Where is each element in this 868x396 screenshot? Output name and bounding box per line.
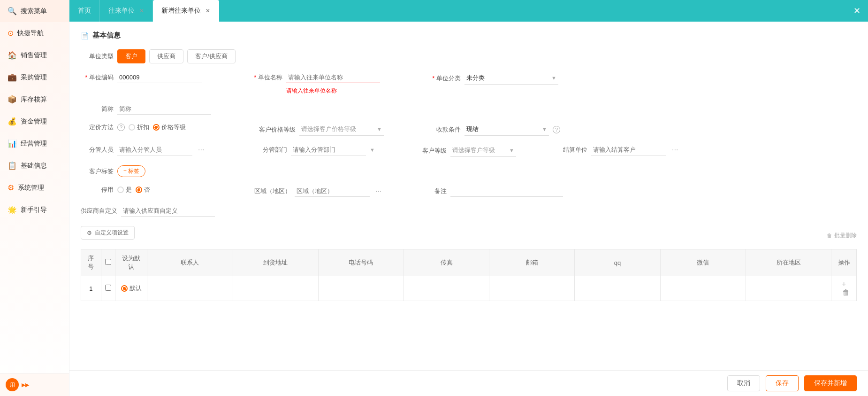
sidebar-item-label: 基础信息 (21, 162, 47, 170)
btn-customer[interactable]: 客户 (117, 49, 145, 63)
pricing-help-icon[interactable]: ? (117, 124, 125, 131)
select-all-checkbox[interactable] (105, 259, 111, 265)
fax-input[interactable] (411, 285, 481, 292)
payment-help-icon[interactable]: ? (553, 126, 560, 133)
row-qq[interactable] (575, 276, 660, 301)
save-button[interactable]: 保存 (766, 375, 799, 391)
disabled-no-radio[interactable]: 否 (136, 186, 150, 194)
finance-icon: 💰 (8, 117, 17, 126)
tab-new-partner-close[interactable]: ✕ (206, 8, 210, 14)
row-contact[interactable] (147, 276, 233, 301)
unit-category-select[interactable]: 未分类 ▼ (464, 72, 558, 85)
sidebar-item-inventory[interactable]: 📦 库存核算 (0, 88, 69, 110)
row-address[interactable] (233, 276, 318, 301)
sidebar-item-system[interactable]: ⚙ 系统管理 (0, 177, 69, 199)
unit-code-input[interactable] (117, 72, 202, 83)
pricing-level-radio[interactable]: 价格等级 (153, 123, 186, 132)
manager-input[interactable] (117, 144, 192, 155)
cancel-button[interactable]: 取消 (727, 375, 760, 391)
disabled-no-circle (136, 186, 142, 193)
batch-delete-label: 批量删除 (834, 232, 857, 240)
row-default-radio[interactable]: 默认 (119, 284, 144, 293)
batch-delete-button[interactable]: 🗑 批量删除 (827, 232, 857, 240)
customer-level-select[interactable]: 请选择客户等级 ▼ (450, 144, 516, 157)
row-phone[interactable] (318, 276, 404, 301)
wechat-input[interactable] (668, 285, 738, 292)
customer-level-label: 客户等级 (414, 147, 447, 155)
qq-input[interactable] (583, 285, 653, 292)
manager-row: 分管人员 ··· 分管部门 ▼ 客户等级 请选择客户等级 ▼ 结算单位 ··· (81, 144, 857, 157)
tab-partner-close[interactable]: ✕ (139, 8, 144, 14)
customer-price-select[interactable]: 请选择客户价格等级 ▼ (299, 123, 384, 136)
pricing-discount-radio[interactable]: 折扣 (129, 123, 149, 132)
btn-both[interactable]: 客户/供应商 (187, 49, 236, 63)
gear-icon: ⚙ (87, 230, 92, 236)
settlement-dots-button[interactable]: ··· (670, 146, 680, 154)
sidebar-item-label: 销售管理 (21, 51, 47, 60)
region-dots-button[interactable]: ··· (373, 187, 383, 195)
tab-bar-close-button[interactable]: ✕ (846, 6, 868, 16)
payment-label: 收款条件 (428, 125, 461, 134)
unit-name-input[interactable] (286, 72, 380, 83)
chevron-down-icon4: ▼ (509, 148, 514, 153)
region-group: 区域（地区） ··· (254, 186, 414, 197)
sidebar-item-newbie[interactable]: 🌟 新手引导 (0, 199, 69, 221)
supplier-custom-input[interactable] (121, 205, 215, 217)
address-input[interactable] (241, 285, 311, 292)
row-email[interactable] (489, 276, 575, 301)
manager-dots-button[interactable]: ··· (196, 146, 206, 154)
alias-input[interactable] (117, 103, 211, 115)
sidebar-item-sales[interactable]: 🏠 销售管理 (0, 44, 69, 66)
sidebar-item-finance[interactable]: 💰 资金管理 (0, 110, 69, 132)
manager-group: 分管人员 ··· (81, 144, 254, 155)
email-input[interactable] (497, 285, 567, 292)
row-wechat[interactable] (660, 276, 746, 301)
sidebar-item-label: 新手引导 (21, 206, 47, 214)
row-select-checkbox[interactable] (105, 285, 111, 291)
tab-home[interactable]: 首页 (69, 0, 100, 22)
unit-name-label: 单位名称 (250, 73, 282, 82)
col-default: 设为默认 (115, 249, 147, 276)
region-table-input[interactable] (754, 285, 823, 292)
col-seq: 序号 (81, 249, 101, 276)
price-level-radio-circle (153, 124, 160, 131)
sidebar-item-basic[interactable]: 📋 基础信息 (0, 155, 69, 177)
sidebar-item-label: 采购管理 (21, 73, 47, 82)
dept-input[interactable] (291, 144, 366, 155)
sidebar-item-quicknav[interactable]: ⊙ 快捷导航 (0, 22, 69, 44)
sidebar-item-label: 系统管理 (18, 184, 44, 192)
btn-supplier[interactable]: 供应商 (149, 49, 183, 63)
avatar: 用 (6, 378, 19, 391)
row-fax[interactable] (404, 276, 489, 301)
sidebar-item-operations[interactable]: 📊 经营管理 (0, 132, 69, 155)
disabled-label: 停用 (81, 186, 114, 194)
save-new-button[interactable]: 保存并新增 (804, 375, 857, 391)
settlement-input[interactable] (591, 144, 666, 155)
disabled-row: 停用 是 否 区域（地区） ··· 备注 (81, 186, 857, 197)
add-tag-button[interactable]: + 标签 (117, 165, 145, 177)
unit-code-group: 单位编码 (81, 72, 250, 83)
sidebar-item-search[interactable]: 🔍 搜索菜单 (0, 0, 69, 22)
discount-label: 折扣 (137, 123, 149, 132)
section-title: 基本信息 (92, 31, 121, 40)
chevron-down-icon: ▼ (551, 75, 556, 81)
basic-icon: 📋 (8, 161, 17, 170)
pricing-group: 定价方法 ? 折扣 价格等级 (81, 123, 259, 132)
tab-home-label: 首页 (78, 7, 91, 15)
payment-select[interactable]: 现结 ▼ (464, 123, 549, 136)
row-checkbox[interactable] (101, 276, 115, 301)
tab-partner[interactable]: 往来单位 ✕ (100, 0, 153, 22)
alias-label: 简称 (81, 105, 114, 113)
row-delete-button[interactable]: 🗑 (842, 288, 850, 296)
disabled-yes-radio[interactable]: 是 (117, 186, 132, 194)
contact-input[interactable] (155, 285, 225, 292)
tab-new-partner[interactable]: 新增往来单位 ✕ (153, 0, 219, 22)
sidebar-item-purchase[interactable]: 💼 采购管理 (0, 66, 69, 88)
phone-input[interactable] (326, 285, 396, 292)
row-region[interactable] (746, 276, 831, 301)
custom-settings-button[interactable]: ⚙ 自定义项设置 (81, 226, 135, 240)
customer-price-placeholder: 请选择客户价格等级 (301, 125, 375, 133)
remark-input[interactable] (450, 186, 563, 197)
region-input[interactable] (295, 186, 370, 197)
row-add-button[interactable]: + (842, 280, 846, 288)
